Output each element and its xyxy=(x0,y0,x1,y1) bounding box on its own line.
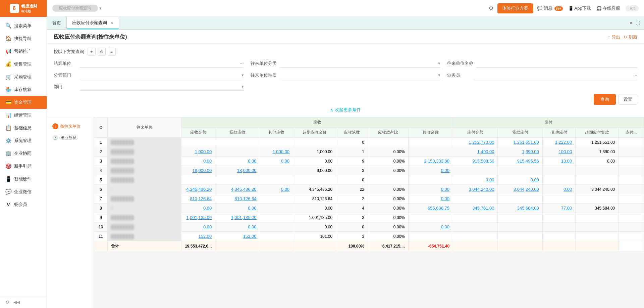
settings-icon[interactable]: ⚙ xyxy=(5,300,9,305)
table-cell[interactable]: 152.00 xyxy=(181,232,215,241)
table-cell[interactable]: 0.00 xyxy=(215,222,260,232)
collapse-sidebar-icon[interactable]: ◀◀ xyxy=(13,300,20,305)
table-cell[interactable]: 0.00 xyxy=(215,204,260,213)
table-cell[interactable]: 0.00 xyxy=(453,175,498,185)
table-cell[interactable]: 3,044,240.00 xyxy=(498,185,542,194)
salesperson-dots[interactable]: ··· xyxy=(633,72,637,78)
table-cell[interactable]: 0.00 xyxy=(260,185,293,194)
table-cell[interactable]: 655,636.75 xyxy=(408,204,453,213)
sidebar-item-finance[interactable]: 💳 资金管理 xyxy=(0,96,47,109)
table-cell[interactable]: 0.00 xyxy=(181,204,215,213)
partner-category-dropdown[interactable]: ▾ xyxy=(438,61,440,66)
sidebar-item-wechat[interactable]: 💬 企业微信 xyxy=(0,185,47,198)
table-cell[interactable]: 0.00 xyxy=(181,157,215,166)
collapse-scheme-btn[interactable]: « xyxy=(108,48,116,56)
table-cell[interactable]: 100.00 xyxy=(542,147,576,157)
department-input[interactable]: ▾ xyxy=(80,83,244,91)
department-dropdown[interactable]: ▾ xyxy=(241,84,244,89)
partner-name-input[interactable] xyxy=(476,59,637,68)
partner-category-input[interactable]: ▾ xyxy=(279,59,441,68)
table-cell[interactable]: 810,126.64 xyxy=(215,194,260,204)
table-cell[interactable]: 1,000.00 xyxy=(260,147,293,157)
table-cell[interactable]: 3,044,240.00 xyxy=(453,185,498,194)
table-cell[interactable]: 345,761.00 xyxy=(453,204,498,213)
table-cell[interactable]: 0.00 xyxy=(542,185,576,194)
left-panel-by-salesperson[interactable]: 🕐 按业务员 xyxy=(47,132,94,143)
online-service-btn[interactable]: 🎧 在线客服 xyxy=(596,5,621,11)
table-cell[interactable]: 915,508.56 xyxy=(453,157,498,166)
table-cell[interactable]: 0.00 xyxy=(408,222,453,232)
table-cell xyxy=(453,213,498,222)
table-cell[interactable]: 18,000.00 xyxy=(215,166,260,175)
salesperson-input[interactable]: ··· xyxy=(473,71,637,79)
sidebar-item-sales[interactable]: 💰 销售管理 xyxy=(0,58,47,71)
tab-ar-ap[interactable]: 应收应付余额查询 ✕ xyxy=(67,17,119,29)
tab-close-icon[interactable]: ✕ xyxy=(110,21,113,25)
dept-manager-dropdown[interactable]: ▾ xyxy=(241,73,244,78)
dept-manager-input[interactable]: ▾ xyxy=(80,71,244,79)
breadcrumb: 应收应付余额查询 ▾ xyxy=(52,5,485,12)
table-cell[interactable]: 2,153,333.00 xyxy=(408,157,453,166)
breadcrumb-dropdown-icon[interactable]: ▾ xyxy=(99,6,102,11)
sidebar-item-vip[interactable]: V 畅会员 xyxy=(0,198,47,211)
table-cell[interactable]: 810,126.64 xyxy=(181,194,215,204)
settlement-unit-dots[interactable]: ··· xyxy=(240,60,244,66)
table-cell[interactable]: 1,001,135.00 xyxy=(181,213,215,222)
table-cell[interactable]: 1,222.00 xyxy=(542,138,576,147)
table-cell[interactable]: 345,684.00 xyxy=(498,204,542,213)
message-btn[interactable]: 💬 消息 99+ xyxy=(537,5,562,11)
table-cell[interactable]: 1,000.00 xyxy=(181,147,215,157)
tab-home[interactable]: 首页 xyxy=(47,17,67,29)
settings-button[interactable]: 设置 xyxy=(619,94,637,105)
sidebar-item-guide[interactable]: 🎯 新手引导 xyxy=(0,160,47,173)
table-cell[interactable]: 4,345,436.20 xyxy=(215,185,260,194)
table-cell[interactable]: 1,252,773.00 xyxy=(453,138,498,147)
table-cell[interactable]: 0.00 xyxy=(408,194,453,204)
table-cell[interactable]: 152.00 xyxy=(215,232,260,241)
partner-nature-dropdown[interactable]: ▾ xyxy=(438,73,440,78)
table-cell[interactable]: 0.00 xyxy=(408,166,453,175)
left-panel-by-partner[interactable]: ↕ 按往来单位 xyxy=(47,121,94,132)
table-cell[interactable]: 77.00 xyxy=(542,204,576,213)
table-cell[interactable]: 0.00 xyxy=(498,175,542,185)
sidebar-item-inventory[interactable]: 🏪 库存核算 xyxy=(0,83,47,96)
table-cell[interactable]: 1,251,551.00 xyxy=(498,138,542,147)
add-scheme-btn[interactable]: + xyxy=(88,48,96,56)
table-cell[interactable]: 1,001,135.00 xyxy=(215,213,260,222)
user-name[interactable]: Rit xyxy=(626,5,639,11)
sidebar-item-base[interactable]: 📋 基础信息 xyxy=(0,122,47,134)
table-settings-icon[interactable]: ⚙ xyxy=(99,125,103,130)
edit-scheme-btn[interactable]: ⊙ xyxy=(98,48,106,56)
sidebar-item-system[interactable]: ⚙️ 系统管理 xyxy=(0,134,47,147)
refresh-button[interactable]: ↻ 刷新 xyxy=(624,34,637,40)
sidebar-item-ops[interactable]: 📊 经营管理 xyxy=(0,109,47,122)
table-cell[interactable]: 0.00 xyxy=(408,185,453,194)
table-cell[interactable]: 0.00 xyxy=(181,222,215,232)
collapse-btn[interactable]: ∧ 收起更多条件 xyxy=(54,107,637,113)
table-cell[interactable]: 18,000.00 xyxy=(181,166,215,175)
sidebar-item-hardware[interactable]: 📱 智能硬件 xyxy=(0,173,47,185)
partner-category-label: 往来单位分类 xyxy=(251,60,277,67)
col-settings[interactable]: ⚙ xyxy=(94,118,108,138)
table-cell[interactable]: 1,390.00 xyxy=(498,147,542,157)
partner-nature-input[interactable]: ▾ xyxy=(279,71,441,79)
table-cell[interactable]: 13.00 xyxy=(542,157,576,166)
sidebar-item-marketing[interactable]: 📢 营销推广 xyxy=(0,45,47,58)
promo-button[interactable]: 体验行业方案 xyxy=(497,3,533,13)
tab-close-window-icon[interactable]: ✕ xyxy=(629,20,633,26)
table-cell[interactable]: 915,495.56 xyxy=(498,157,542,166)
sidebar-item-purchase[interactable]: 🛒 采购管理 xyxy=(0,71,47,83)
table-cell[interactable]: 1,490.00 xyxy=(453,147,498,157)
tab-expand-icon[interactable]: ⛶ xyxy=(636,20,640,26)
sidebar-item-corp[interactable]: 🏢 企业协同 xyxy=(0,147,47,160)
settings-gear-icon[interactable]: ⚙ xyxy=(489,5,493,11)
table-cell[interactable]: 0.00 xyxy=(260,157,293,166)
table-cell[interactable]: 4,345,436.20 xyxy=(181,185,215,194)
sidebar-item-quick-nav[interactable]: 🏠 快捷导航 xyxy=(0,32,47,45)
query-button[interactable]: 查询 xyxy=(594,94,616,105)
sidebar-item-search-menu[interactable]: 🔍 搜索菜单 xyxy=(0,19,47,32)
settlement-unit-input[interactable]: ··· xyxy=(80,59,244,68)
table-cell[interactable]: 0.00 xyxy=(215,157,260,166)
app-download-btn[interactable]: 📱 App下载 xyxy=(568,5,591,11)
export-button[interactable]: ↑ 导出 xyxy=(608,34,621,40)
